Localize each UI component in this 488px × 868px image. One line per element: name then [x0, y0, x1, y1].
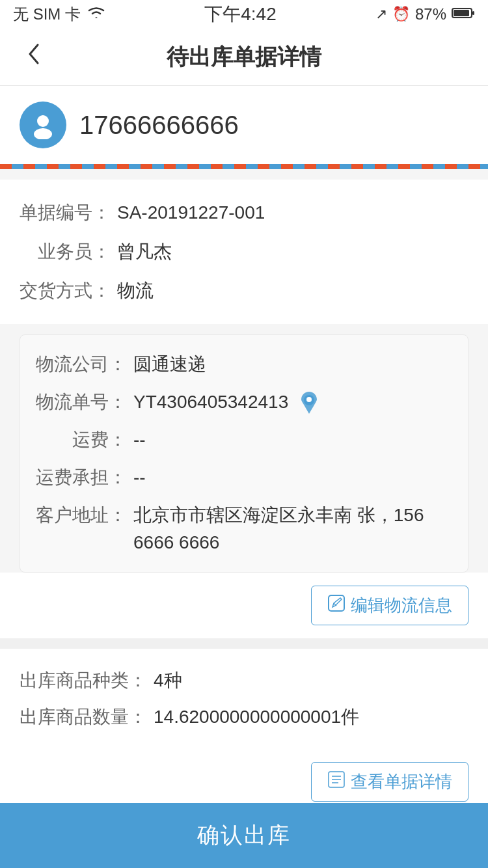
edit-icon	[327, 594, 346, 617]
goods-type-row: 出库商品种类： 4种	[20, 668, 468, 693]
wifi-icon	[87, 5, 105, 23]
user-header: 17666666666	[0, 86, 488, 164]
confirm-btn-wrapper: 确认出库	[0, 803, 488, 868]
basic-info-section: 单据编号： SA-20191227-001 业务员： 曾凡杰 交货方式： 物流	[0, 180, 488, 324]
avatar	[20, 102, 66, 148]
freight-value: --	[127, 426, 452, 454]
goods-quantity-value: 14.6200000000000001件	[147, 705, 359, 729]
document-number-label: 单据编号：	[20, 199, 111, 226]
freight-bearer-label: 运费承担：	[36, 464, 127, 491]
status-right: ↗ ⏰ 87%	[375, 5, 475, 23]
tracking-number-value: YT4306405342413	[133, 388, 288, 416]
status-time: 下午4:42	[204, 2, 277, 27]
status-left: 无 SIM 卡	[13, 4, 105, 25]
confirm-outbound-button[interactable]: 确认出库	[0, 803, 488, 868]
location-arrow-icon: ↗	[375, 6, 387, 23]
alarm-icon: ⏰	[392, 6, 410, 23]
list-icon	[327, 770, 346, 793]
view-details-label: 查看单据详情	[351, 770, 452, 793]
freight-bearer-value: --	[127, 464, 452, 491]
sales-person-value: 曾凡杰	[111, 238, 468, 265]
svg-rect-7	[329, 595, 344, 611]
document-number-row: 单据编号： SA-20191227-001	[20, 199, 468, 226]
document-number-value: SA-20191227-001	[111, 199, 468, 226]
delivery-method-row: 交货方式： 物流	[20, 277, 468, 305]
freight-label: 运费：	[36, 426, 127, 454]
tracking-number-label: 物流单号：	[36, 388, 127, 416]
address-row: 客户地址： 北京市市辖区海淀区永丰南 张，156 6666 6666	[36, 502, 452, 556]
carrier-text: 无 SIM 卡	[13, 4, 81, 25]
svg-point-4	[34, 128, 52, 139]
goods-section: 出库商品种类： 4种 出库商品数量： 14.6200000000000001件	[0, 649, 488, 749]
edit-btn-container: 编辑物流信息	[0, 573, 488, 638]
user-phone: 17666666666	[79, 111, 239, 140]
sales-person-row: 业务员： 曾凡杰	[20, 238, 468, 265]
address-value: 北京市市辖区海淀区永丰南 张，156 6666 6666	[127, 502, 452, 556]
tracking-number-row: 物流单号： YT4306405342413	[36, 388, 452, 416]
delivery-method-label: 交货方式：	[20, 277, 111, 305]
goods-quantity-label: 出库商品数量：	[20, 705, 147, 729]
svg-point-6	[306, 397, 312, 402]
delivery-method-value: 物流	[111, 277, 468, 305]
battery-icon	[452, 5, 475, 23]
edit-logistics-label: 编辑物流信息	[351, 594, 452, 617]
logistics-card: 物流公司： 圆通速递 物流单号： YT4306405342413 运费： -- …	[20, 334, 468, 573]
back-button[interactable]	[20, 34, 48, 79]
sales-person-label: 业务员：	[20, 238, 111, 265]
logistics-company-row: 物流公司： 圆通速递	[36, 351, 452, 378]
goods-type-label: 出库商品种类：	[20, 668, 147, 693]
nav-bar: 待出库单据详情	[0, 29, 488, 86]
logistics-company-label: 物流公司：	[36, 351, 127, 378]
tracking-number-container: YT4306405342413	[127, 388, 452, 416]
svg-point-3	[37, 115, 49, 127]
edit-logistics-button[interactable]: 编辑物流信息	[311, 586, 468, 625]
goods-quantity-row: 出库商品数量： 14.6200000000000001件	[20, 705, 468, 729]
battery-percent: 87%	[415, 5, 446, 23]
section-divider	[0, 638, 488, 649]
dashed-separator	[0, 164, 488, 169]
freight-bearer-row: 运费承担： --	[36, 464, 452, 491]
svg-rect-1	[454, 10, 469, 16]
view-details-button[interactable]: 查看单据详情	[311, 762, 468, 802]
address-label: 客户地址：	[36, 502, 127, 529]
page-title: 待出库单据详情	[167, 42, 321, 72]
svg-rect-2	[472, 11, 474, 15]
goods-type-value: 4种	[147, 668, 182, 693]
logistics-company-value: 圆通速递	[127, 351, 452, 378]
freight-row: 运费： --	[36, 426, 452, 454]
status-bar: 无 SIM 卡 下午4:42 ↗ ⏰ 87%	[0, 0, 488, 29]
location-pin-icon[interactable]	[296, 389, 322, 415]
